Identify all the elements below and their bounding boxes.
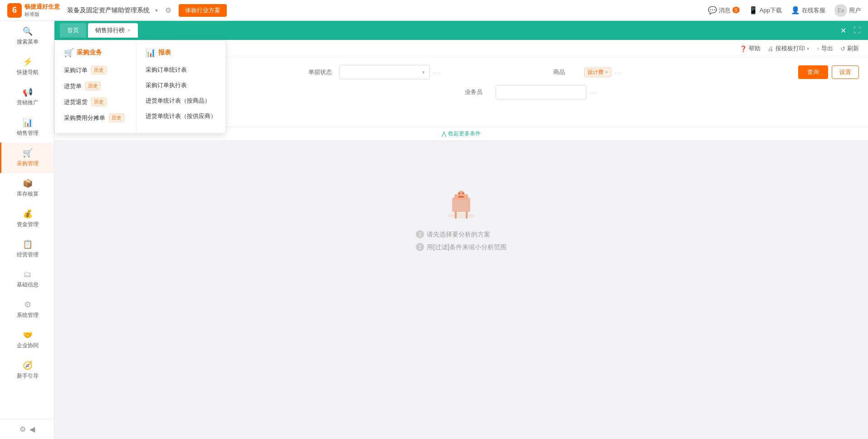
app-download-label: App下载 xyxy=(760,6,782,15)
header-center: 装备及固定资产辅助管理系统 ▾ ⚙ 体验行业方案 xyxy=(67,4,708,17)
sidebar-item-inventory[interactable]: 📦 库存核算 xyxy=(0,173,54,203)
goods-col: 商品 设计费 × ··· xyxy=(553,68,791,77)
report-col-title: 报表 xyxy=(158,49,171,57)
dropdown-item-goods-by-supplier[interactable]: 进货单统计表（按供应商） xyxy=(137,109,225,124)
sidebar-bottom: ⚙ ◀ xyxy=(0,419,54,439)
goods-tag-close[interactable]: × xyxy=(605,69,608,75)
logo-icon: 6 xyxy=(7,3,22,18)
sales-icon: 📊 xyxy=(23,118,33,128)
bill-status-arrow: ▾ xyxy=(422,69,425,75)
collab-icon: 🤝 xyxy=(23,330,33,340)
tab-home[interactable]: 首页 xyxy=(60,23,86,38)
avatar: Ea xyxy=(834,4,847,17)
dropdown-label-po-stat: 采购订单统计表 xyxy=(146,66,187,74)
sidebar-item-quick-nav[interactable]: ⚡ 快捷导航 xyxy=(0,51,54,82)
purchase-col-header: 🛒 采购业务 xyxy=(55,48,136,62)
marketing-icon: 📢 xyxy=(23,87,33,97)
dropdown-item-goods-return[interactable]: 进货退货 历史 xyxy=(55,94,136,110)
print-btn[interactable]: 🖨 按模板打印 ▾ xyxy=(768,44,809,53)
tab-maximize-icon[interactable]: ⛶ xyxy=(852,25,863,36)
query-button[interactable]: 查询 xyxy=(798,65,828,79)
sidebar-item-collab[interactable]: 🤝 企业协同 xyxy=(0,325,54,355)
sidebar-label-sales: 销售管理 xyxy=(17,129,39,137)
sidebar-item-basic-info[interactable]: 🗂 基础信息 xyxy=(0,264,54,294)
print-arrow[interactable]: ▾ xyxy=(807,46,809,52)
bill-status-select[interactable]: ▾ xyxy=(339,65,430,79)
dropdown-item-goods-receipt[interactable]: 进货单 历史 xyxy=(55,78,136,94)
export-label: 导出 xyxy=(821,44,833,53)
tab-sales-ranking[interactable]: 销售排行榜 × xyxy=(88,23,138,38)
hist-badge-po: 历史 xyxy=(91,66,107,74)
tab-bar: 首页 销售排行榜 × ✕ ⛶ xyxy=(54,21,868,40)
salesperson-dots[interactable]: ··· xyxy=(590,89,598,96)
sidebar-item-finance[interactable]: 💰 资金管理 xyxy=(0,203,54,234)
tab-close-all-icon[interactable]: ✕ xyxy=(839,25,848,37)
sidebar-label-search: 搜索菜单 xyxy=(17,38,39,46)
sidebar-label-purchase: 采购管理 xyxy=(17,160,39,168)
hist-badge-expense: 历史 xyxy=(109,113,124,122)
goods-label: 商品 xyxy=(553,68,580,76)
report-col-icon: 📊 xyxy=(146,48,156,58)
collapse-icon: ⋀ xyxy=(442,131,446,137)
dropdown-item-po[interactable]: 采购订单 历史 xyxy=(55,62,136,78)
sidebar-item-purchase[interactable]: 🛒 采购管理 xyxy=(0,143,54,173)
logo-text: 畅捷通好生意 标准版 xyxy=(24,3,60,17)
sidebar-label-quick-nav: 快捷导航 xyxy=(17,69,39,76)
header-right: 💬 消息 9 📱 App下载 👤 在线客服 Ea 用户 xyxy=(708,4,861,17)
app-download-action[interactable]: 📱 App下载 xyxy=(749,6,782,15)
salesperson-select[interactable] xyxy=(496,85,586,99)
dropdown-item-po-exec[interactable]: 采购订单执行表 xyxy=(137,78,225,93)
tab-close-icon[interactable]: × xyxy=(127,27,131,34)
sidebar: 🔍 搜索菜单 ⚡ 快捷导航 📢 营销推广 📊 销售管理 🛒 采购管理 📦 库存核… xyxy=(0,21,54,439)
salesperson-label: 业务员 xyxy=(465,88,492,96)
purchase-col-icon: 🛒 xyxy=(64,48,74,58)
settings-icon[interactable]: ⚙ xyxy=(163,4,173,16)
message-action[interactable]: 💬 消息 9 xyxy=(708,6,740,15)
guide-icon: 🧭 xyxy=(23,360,33,370)
report-col-header: 📊 报表 xyxy=(137,48,225,62)
user-action[interactable]: Ea 用户 xyxy=(834,4,861,17)
sidebar-item-search[interactable]: 🔍 搜索菜单 xyxy=(0,21,54,51)
settings-button[interactable]: 设置 xyxy=(832,65,859,79)
bill-status-dots[interactable]: ··· xyxy=(434,69,441,76)
dropdown-label-goods-receipt: 进货单 xyxy=(64,82,82,90)
message-badge: 9 xyxy=(732,7,740,13)
sidebar-collapse-icon[interactable]: ◀ xyxy=(29,425,35,434)
user-label: 用户 xyxy=(849,6,861,15)
refresh-btn[interactable]: ↺ 刷新 xyxy=(840,44,859,53)
refresh-label: 刷新 xyxy=(847,44,859,53)
dropdown-item-po-stat[interactable]: 采购订单统计表 xyxy=(137,62,225,78)
industry-btn[interactable]: 体验行业方案 xyxy=(179,4,227,17)
sidebar-label-operations: 经营管理 xyxy=(17,251,39,259)
sidebar-item-guide[interactable]: 🧭 新手引导 xyxy=(0,355,54,385)
sidebar-item-operations[interactable]: 📋 经营管理 xyxy=(0,234,54,264)
collapse-label: 收起更多条件 xyxy=(448,130,481,138)
sidebar-item-system[interactable]: ⚙ 系统管理 xyxy=(0,294,54,325)
sidebar-label-basic-info: 基础信息 xyxy=(17,281,39,289)
empty-tips: 1 请先选择要分析的方案 2 用[过滤]条件来缩小分析范围 xyxy=(416,228,507,253)
empty-tip-2: 2 用[过滤]条件来缩小分析范围 xyxy=(416,241,507,253)
inventory-icon: 📦 xyxy=(23,178,33,188)
online-service-action[interactable]: 👤 在线客服 xyxy=(791,6,825,15)
bill-status-col: 单据状态 ▾ ··· xyxy=(308,65,546,79)
help-btn[interactable]: ❓ 帮助 xyxy=(740,44,761,53)
refresh-icon: ↺ xyxy=(840,45,845,52)
logo-area: 6 畅捷通好生意 标准版 xyxy=(7,3,62,18)
svg-point-4 xyxy=(458,192,460,194)
sys-title-arrow[interactable]: ▾ xyxy=(155,7,158,14)
online-service-label: 在线客服 xyxy=(802,6,825,15)
dropdown-item-purchase-expense[interactable]: 采购费用分摊单 历史 xyxy=(55,110,136,126)
sidebar-item-marketing[interactable]: 📢 营销推广 xyxy=(0,82,54,112)
empty-tip-1: 1 请先选择要分析的方案 xyxy=(416,228,507,241)
purchase-dropdown-menu: 🛒 采购业务 采购订单 历史 进货单 历史 进货退货 历史 采购费用分摊单 历史… xyxy=(54,40,226,133)
export-btn[interactable]: ↑ 导出 xyxy=(817,44,834,53)
dropdown-item-goods-by-product[interactable]: 进货单统计表（按商品） xyxy=(137,93,225,109)
brand-edition: 标准版 xyxy=(24,11,60,17)
quick-nav-icon: ⚡ xyxy=(23,57,33,67)
sidebar-settings-icon[interactable]: ⚙ xyxy=(20,425,26,434)
purchase-col: 🛒 采购业务 采购订单 历史 进货单 历史 进货退货 历史 采购费用分摊单 历史 xyxy=(55,40,137,133)
export-icon: ↑ xyxy=(817,45,820,52)
sidebar-item-sales[interactable]: 📊 销售管理 xyxy=(0,112,54,143)
help-label: 帮助 xyxy=(749,44,761,53)
goods-dots[interactable]: ··· xyxy=(615,69,623,76)
